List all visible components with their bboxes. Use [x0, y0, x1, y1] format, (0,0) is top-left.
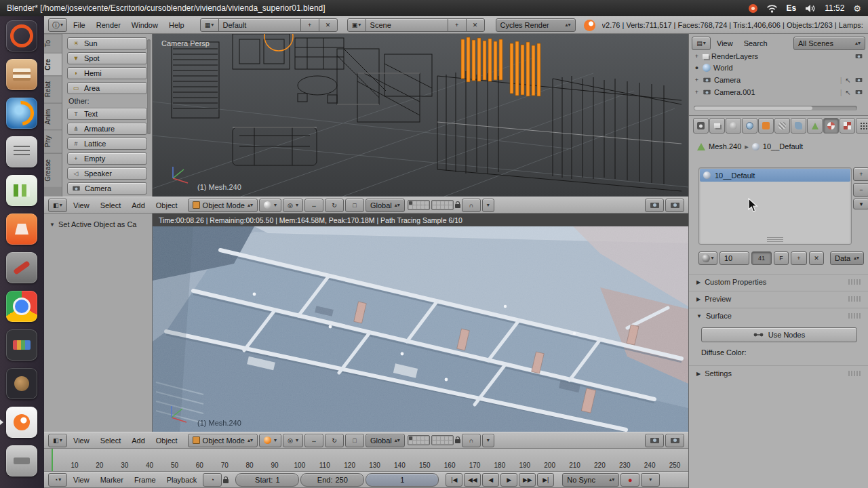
- lock-time-icon[interactable]: [223, 479, 229, 483]
- add-text-button[interactable]: TText: [67, 108, 147, 120]
- play-button[interactable]: ▶: [500, 473, 517, 487]
- add-empty-button[interactable]: +Empty: [67, 152, 147, 165]
- current-frame-field[interactable]: 1: [366, 473, 439, 487]
- tab-world[interactable]: [742, 118, 757, 134]
- launcher-item-firefox[interactable]: [6, 98, 37, 129]
- outliner-row-camera[interactable]: + Camera | ↖: [694, 75, 863, 85]
- launcher-item-libreoffice-calc[interactable]: [6, 175, 37, 206]
- tool-shelf-scrollbar[interactable]: [147, 39, 151, 134]
- restrict-render-icon[interactable]: [856, 78, 863, 82]
- outliner-display-dropdown[interactable]: All Scenes▴▾: [793, 37, 865, 50]
- add-armature-button[interactable]: ⋔Armature: [67, 123, 147, 135]
- editor-type-button[interactable]: ⓘ▾: [48, 18, 67, 32]
- restrict-render-icon[interactable]: [856, 54, 863, 58]
- add-slot-button[interactable]: +: [853, 167, 868, 181]
- marker-menu[interactable]: Marker: [96, 474, 128, 485]
- launcher-item-game[interactable]: [6, 368, 37, 399]
- play-reverse-button[interactable]: ◀: [482, 473, 499, 487]
- panel-grip[interactable]: [848, 296, 861, 302]
- panel-grip[interactable]: [848, 371, 861, 376]
- frame-menu[interactable]: Frame: [130, 474, 161, 485]
- file-menu[interactable]: File: [68, 20, 90, 30]
- launcher-item-archive[interactable]: [6, 445, 37, 476]
- viewport-shading-dropdown[interactable]: ▾: [259, 199, 281, 212]
- settings-panel-header[interactable]: ▶ Settings: [689, 365, 868, 381]
- tab-object-data[interactable]: [807, 118, 823, 134]
- tab-scene[interactable]: [726, 118, 741, 134]
- manipulator-translate-button[interactable]: ↔: [304, 199, 323, 212]
- search-menu[interactable]: Search: [739, 38, 772, 49]
- add-sun-button[interactable]: ☀Sun: [67, 37, 147, 49]
- lock-to-scene-icon[interactable]: [455, 439, 460, 443]
- launcher-item-text-editor[interactable]: [6, 136, 37, 167]
- screen-layout-icon[interactable]: ▦▾: [200, 18, 219, 32]
- opengl-render-still-button[interactable]: [645, 199, 664, 212]
- add-speaker-button[interactable]: ◁Speaker: [67, 167, 147, 180]
- screen-layout-name[interactable]: Default: [218, 18, 301, 32]
- manipulator-scale-button[interactable]: □: [345, 434, 364, 447]
- viewport-shading-dropdown[interactable]: ▾: [259, 434, 281, 447]
- preview-panel-header[interactable]: ▶ Preview: [689, 291, 868, 306]
- volume-icon[interactable]: [805, 4, 816, 13]
- snap-element-dropdown[interactable]: ▾: [482, 199, 494, 212]
- use-nodes-button[interactable]: Use Nodes: [701, 327, 857, 342]
- list-resize-grip[interactable]: [767, 237, 783, 242]
- lock-to-scene-icon[interactable]: [455, 204, 460, 208]
- view-menu[interactable]: View: [68, 474, 94, 485]
- material-users-button[interactable]: 41: [751, 251, 772, 265]
- panel-grip[interactable]: [848, 279, 861, 285]
- select-menu[interactable]: Select: [96, 435, 126, 446]
- tab-physics[interactable]: Phy: [44, 129, 62, 152]
- session-gear-icon[interactable]: ⚙: [853, 3, 861, 14]
- breadcrumb-material[interactable]: 10__Default: [763, 142, 803, 150]
- view-menu[interactable]: View: [712, 38, 738, 49]
- editor-type-button[interactable]: ◧▾: [48, 434, 67, 447]
- fake-user-button[interactable]: F: [774, 251, 789, 265]
- tab-modifiers[interactable]: [791, 118, 806, 134]
- network-icon[interactable]: [766, 4, 778, 13]
- start-frame-field[interactable]: Start:1: [235, 473, 299, 487]
- transform-orientation-dropdown[interactable]: Global▴▾: [366, 434, 405, 447]
- launcher-item-software-center[interactable]: [6, 214, 37, 245]
- jump-to-start-button[interactable]: |◀: [446, 473, 462, 487]
- help-menu[interactable]: Help: [164, 20, 189, 30]
- snap-magnet-button[interactable]: ∩: [462, 199, 481, 212]
- view-menu[interactable]: View: [68, 435, 94, 446]
- outliner-row-camera-001[interactable]: + Camera.001 | ↖: [694, 87, 863, 98]
- tab-create[interactable]: Cre: [44, 53, 62, 76]
- clock[interactable]: 11:52: [825, 3, 844, 13]
- unlink-material-button[interactable]: ✕: [809, 251, 824, 265]
- panel-grip[interactable]: [848, 313, 861, 319]
- scene-name[interactable]: Scene: [366, 18, 448, 32]
- restrict-select-icon[interactable]: ↖: [846, 77, 851, 84]
- object-menu[interactable]: Object: [151, 435, 182, 446]
- manipulator-translate-button[interactable]: ↔: [304, 434, 323, 447]
- restrict-render-icon[interactable]: [856, 90, 863, 94]
- jump-to-end-button[interactable]: ▶|: [537, 473, 554, 487]
- outliner-row-renderlayers[interactable]: + RenderLayers: [694, 52, 863, 60]
- tab-particles[interactable]: [856, 118, 868, 134]
- scene-delete-button[interactable]: ✕: [466, 18, 485, 32]
- object-menu[interactable]: Object: [151, 200, 182, 211]
- material-slot-selected[interactable]: 10__Default: [700, 169, 850, 182]
- slot-specials-button[interactable]: ▾: [853, 199, 868, 209]
- screencast-record-icon[interactable]: [749, 4, 757, 13]
- mode-dropdown[interactable]: Object Mode▴▾: [188, 434, 258, 447]
- av-sync-dropdown[interactable]: No Sync▴▾: [562, 473, 619, 487]
- browse-material-button[interactable]: ▾: [698, 251, 717, 265]
- opengl-render-still-button[interactable]: [645, 434, 664, 447]
- record-button[interactable]: ●: [620, 473, 639, 487]
- current-frame-marker[interactable]: [52, 449, 53, 472]
- timeline-ruler[interactable]: 1020304050607080901001101201301401501601…: [44, 449, 688, 472]
- tab-grease-pencil[interactable]: Grease: [44, 153, 62, 187]
- opengl-render-anim-button[interactable]: [665, 199, 684, 212]
- add-spot-button[interactable]: ▼Spot: [67, 52, 147, 64]
- snap-element-dropdown[interactable]: ▾: [482, 434, 494, 447]
- render-engine-dropdown[interactable]: Cycles Render▴▾: [496, 18, 576, 32]
- screen-layout-delete-button[interactable]: ✕: [319, 18, 338, 32]
- tab-texture[interactable]: [840, 118, 855, 134]
- outliner-row-world[interactable]: ● World: [694, 62, 863, 73]
- new-material-button[interactable]: +: [791, 251, 807, 265]
- tab-animation[interactable]: Anim: [44, 103, 62, 130]
- prev-keyframe-button[interactable]: ◀◀: [464, 473, 481, 487]
